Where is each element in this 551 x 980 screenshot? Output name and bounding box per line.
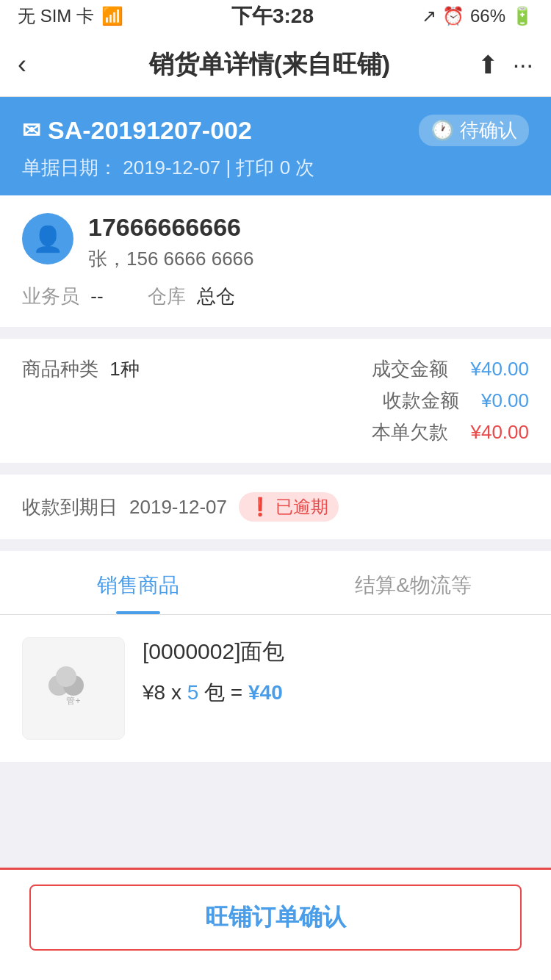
status-right: ↗ ⏰ 66% 🔋 <box>422 6 533 26</box>
warning-icon: ❗ <box>249 497 271 517</box>
sales-label: 业务员 <box>22 285 79 307</box>
order-header: ✉ SA-20191207-002 🕐 待确认 单据日期： 2019-12-07… <box>0 97 551 195</box>
customer-phone[interactable]: 17666666666 <box>88 213 529 242</box>
tabs: 销售商品 结算&物流等 <box>0 551 551 615</box>
status-bar: 无 SIM 卡 📶 下午3:28 ↗ ⏰ 66% 🔋 <box>0 0 551 32</box>
payment-row: 收款金额 ¥0.00 <box>383 388 529 414</box>
tab-settlement[interactable]: 结算&物流等 <box>276 551 551 614</box>
status-left: 无 SIM 卡 📶 <box>18 4 123 28</box>
summary-section: 商品种类 1种 成交金额 ¥40.00 收款金额 ¥0.00 本单欠款 ¥40.… <box>0 339 551 463</box>
product-type: 商品种类 1种 <box>22 356 140 382</box>
type-value: 1种 <box>109 358 139 380</box>
bottom-bar: 旺铺订单确认 <box>0 868 551 980</box>
no-sim-text: 无 SIM 卡 <box>18 4 94 28</box>
tab-products[interactable]: 销售商品 <box>0 551 276 614</box>
order-print-suffix: 次 <box>295 156 314 179</box>
status-time: 下午3:28 <box>231 2 314 30</box>
debt-row: 本单欠款 ¥40.00 <box>372 419 529 445</box>
payment-value: ¥0.00 <box>481 389 529 412</box>
product-title: 面包 <box>240 639 284 663</box>
order-id: ✉ SA-20191207-002 <box>22 116 252 145</box>
summary-right: 成交金额 ¥40.00 收款金额 ¥0.00 本单欠款 ¥40.00 <box>372 356 529 445</box>
equals-sign: = <box>231 681 242 704</box>
summary-left: 商品种类 1种 <box>22 356 140 382</box>
confirm-button-label: 旺铺订单确认 <box>205 901 346 934</box>
order-print-label: | 打印 <box>226 156 274 179</box>
order-id-text: SA-20191207-002 <box>48 116 252 145</box>
product-thumbnail: 管+ <box>22 637 125 740</box>
overdue-text: 已逾期 <box>276 495 328 519</box>
order-print-count: 0 <box>280 156 290 179</box>
customer-name: 张，156 6666 6666 <box>88 246 529 272</box>
product-name: [0000002]面包 <box>143 637 529 667</box>
order-status: 🕐 待确认 <box>419 115 529 146</box>
product-qty: 5 <box>187 681 199 704</box>
due-section: 收款到期日 2019-12-07 ❗ 已逾期 <box>0 475 551 539</box>
battery-text: 66% <box>470 6 505 26</box>
amount-row: 成交金额 ¥40.00 <box>372 356 529 382</box>
warehouse-label: 仓库 <box>148 285 186 307</box>
tab-settlement-label: 结算&物流等 <box>355 574 472 597</box>
avatar-icon: 👤 <box>32 224 63 253</box>
multiply-sign: x <box>171 681 181 704</box>
amount-value: ¥40.00 <box>470 358 529 381</box>
svg-point-2 <box>56 666 76 687</box>
debt-label: 本单欠款 <box>372 419 448 445</box>
sales-person: 业务员 -- <box>22 284 104 309</box>
order-date: 单据日期： 2019-12-07 | 打印 0 次 <box>22 155 529 181</box>
product-unit: 包 <box>204 681 225 704</box>
debt-value: ¥40.00 <box>470 421 529 444</box>
product-code: [0000002] <box>143 639 240 663</box>
page-title: 销货单详情(来自旺铺) <box>149 48 391 82</box>
customer-avatar: 👤 <box>22 213 73 264</box>
order-status-text: 待确认 <box>460 118 517 143</box>
product-info: [0000002]面包 ¥8 x 5 包 = ¥40 <box>143 637 529 707</box>
product-section: 管+ [0000002]面包 ¥8 x 5 包 = ¥40 <box>0 615 551 762</box>
svg-text:管+: 管+ <box>66 696 80 706</box>
product-item: 管+ [0000002]面包 ¥8 x 5 包 = ¥40 <box>22 637 529 740</box>
payment-label: 收款金额 <box>383 388 459 414</box>
wifi-icon: 📶 <box>101 6 123 26</box>
customer-details: 17666666666 张，156 6666 6666 <box>88 213 529 272</box>
order-envelope-icon: ✉ <box>22 118 40 143</box>
product-price: ¥8 x 5 包 = ¥40 <box>143 679 529 707</box>
customer-meta: 业务员 -- 仓库 总仓 <box>22 284 529 309</box>
clock-icon: 🕐 <box>431 119 454 142</box>
order-date-value: 2019-12-07 <box>123 156 220 179</box>
nav-bar: ‹ 销货单详情(来自旺铺) ⬆ ··· <box>0 32 551 97</box>
nav-actions: ⬆ ··· <box>478 50 533 79</box>
warehouse-value: 总仓 <box>197 285 235 307</box>
tab-products-label: 销售商品 <box>97 574 179 597</box>
alarm-icon: ⏰ <box>442 6 464 26</box>
back-button[interactable]: ‹ <box>18 49 62 80</box>
battery-icon: 🔋 <box>511 6 533 26</box>
share-icon[interactable]: ⬆ <box>478 50 498 79</box>
warehouse: 仓库 总仓 <box>148 284 235 309</box>
more-icon[interactable]: ··· <box>513 50 533 79</box>
overdue-badge: ❗ 已逾期 <box>239 492 339 522</box>
sales-value: -- <box>90 285 103 307</box>
customer-section: 👤 17666666666 张，156 6666 6666 业务员 -- 仓库 … <box>0 195 551 327</box>
location-icon: ↗ <box>422 6 436 26</box>
due-date-value: 2019-12-07 <box>129 496 227 519</box>
confirm-order-button[interactable]: 旺铺订单确认 <box>29 884 522 951</box>
price-unit: ¥8 <box>143 681 165 704</box>
type-label: 商品种类 <box>22 358 98 380</box>
order-date-label: 单据日期： <box>22 156 118 179</box>
due-date-label: 收款到期日 <box>22 494 118 520</box>
product-thumb-icon: 管+ <box>44 663 103 713</box>
amount-label: 成交金额 <box>372 356 448 382</box>
product-total: ¥40 <box>248 681 283 704</box>
